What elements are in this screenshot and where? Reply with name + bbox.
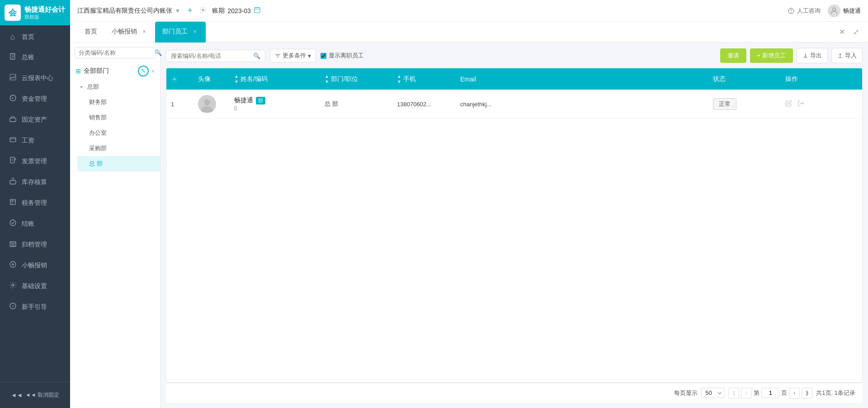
add-account-button[interactable]: +	[186, 6, 194, 15]
sidebar-item-label-settings: 基础设置	[22, 282, 47, 290]
employee-search-input[interactable]	[171, 52, 253, 59]
dept-tree: ▼ 总部 财务部 销售部 办公室 采购	[70, 79, 160, 403]
consult-button[interactable]: 人工咨询	[788, 7, 821, 15]
sidebar-item-tax[interactable]: 税务管理	[0, 193, 70, 213]
tab-expense-close-button[interactable]: ×	[141, 28, 148, 35]
svg-point-34	[791, 12, 791, 12]
dept-child-xiaoshou[interactable]: 销售部	[77, 110, 160, 125]
invite-button[interactable]: 邀请	[720, 48, 746, 63]
page-input[interactable]	[761, 388, 779, 398]
wages-icon	[8, 136, 17, 146]
sidebar-item-expense[interactable]: 小畅报销	[0, 255, 70, 276]
dept-child-zongbu[interactable]: 总 部	[77, 156, 160, 171]
page-last-button[interactable]: ⟫	[802, 388, 812, 399]
svg-rect-21	[11, 244, 14, 246]
reports-icon	[8, 73, 17, 83]
sidebar-item-settings[interactable]: 基础设置	[0, 276, 70, 297]
main-area: 江西服宝精品有限责任公司内账张 ▼ + 账期 2023-03 人工咨询 畅捷通	[70, 0, 868, 408]
dept-children: 财务部 销售部 办公室 采购部 总 部	[70, 95, 160, 171]
sidebar-item-home[interactable]: ⌂ 首页	[0, 27, 70, 47]
page-size-select[interactable]: 50 100 200	[701, 388, 725, 398]
svg-point-33	[788, 8, 794, 14]
dept-child-caigoub[interactable]: 采购部	[77, 141, 160, 156]
dept-child-bangongshi[interactable]: 办公室	[77, 125, 160, 141]
export-button[interactable]: 导出	[797, 48, 828, 63]
dept-search-input[interactable]	[79, 49, 155, 56]
import-button[interactable]: 导入	[831, 48, 863, 63]
dept-search-box[interactable]: 🔍	[75, 47, 156, 58]
export-label: 导出	[810, 52, 822, 60]
logo-text-wrap: 畅捷通好会计 旗舰版	[24, 5, 65, 20]
svg-rect-4	[10, 74, 16, 80]
period-label: 账期	[212, 7, 225, 15]
pin-button[interactable]: ◄◄ ◄◄ 取消固定	[0, 387, 70, 403]
user-menu[interactable]: 畅捷通	[828, 5, 861, 17]
employee-search-icon[interactable]: 🔍	[253, 52, 260, 59]
logout-button[interactable]	[797, 100, 804, 108]
filter-button[interactable]: 更多条件 ▾	[270, 49, 316, 62]
th-name[interactable]: ▲▼ 姓名/编码	[230, 68, 320, 90]
sidebar-item-invoices[interactable]: 发票管理	[0, 151, 70, 172]
consult-label: 人工咨询	[797, 7, 821, 15]
company-selector[interactable]: 江西服宝精品有限责任公司内账张 ▼	[77, 7, 180, 15]
dept-edit-icon[interactable]: ✎	[138, 66, 149, 76]
sidebar-item-wages[interactable]: 工资	[0, 130, 70, 151]
sidebar-bottom: ◄◄ ◄◄ 取消固定	[0, 382, 70, 408]
svg-point-28	[202, 9, 204, 11]
th-avatar: 头像	[193, 68, 230, 90]
dept-node-root: ▼ 总部 财务部 销售部 办公室 采购	[70, 79, 160, 171]
dept-root-label[interactable]: ▼ 总部	[70, 79, 160, 95]
svg-rect-9	[10, 138, 16, 142]
topbar-settings-icon[interactable]	[199, 6, 207, 15]
calendar-icon[interactable]	[254, 6, 261, 15]
sort-dept-icon: ▲▼	[325, 74, 329, 84]
svg-point-36	[174, 78, 175, 80]
employee-code: 0	[234, 105, 265, 112]
expense-icon	[8, 261, 17, 270]
sidebar-item-archive[interactable]: 归档管理	[0, 234, 70, 255]
tab-dept[interactable]: 部门员工 ×	[155, 22, 206, 43]
sidebar-item-label-tax: 税务管理	[22, 199, 47, 207]
employee-search-box[interactable]: 🔍	[166, 50, 265, 62]
sidebar-item-ledger[interactable]: 总账	[0, 47, 70, 68]
tab-expense[interactable]: 小畅报销 ×	[104, 22, 155, 43]
employee-table: 头像 ▲▼ 姓名/编码 ▲▼ 部门/职位 ▲▼ 手机 E	[166, 68, 863, 383]
th-settings[interactable]	[166, 68, 193, 90]
period-selector[interactable]: 账期 2023-03	[212, 6, 260, 15]
dept-child-caiwu[interactable]: 财务部	[77, 95, 160, 110]
dept-collapse-icon[interactable]: «	[151, 68, 155, 74]
show-resigned-checkbox[interactable]: 显示离职员工	[321, 52, 364, 60]
th-dept[interactable]: ▲▼ 部门/职位	[320, 68, 392, 90]
toolbar-right: 邀请 + 新增员工 导出 导入	[720, 48, 863, 63]
td-actions	[781, 90, 862, 119]
add-employee-button[interactable]: + 新增员工	[750, 48, 793, 63]
logo-title: 畅捷通好会计	[24, 5, 65, 14]
dept-all-header[interactable]: ⊞ 全部部门 ✎ «	[70, 63, 160, 79]
edit-button[interactable]	[785, 100, 792, 108]
sidebar-item-funds[interactable]: ¥ 资金管理	[0, 89, 70, 109]
tab-expand-button[interactable]: ⤢	[851, 26, 861, 38]
guide-icon: ?	[8, 302, 17, 312]
sidebar-item-guide[interactable]: ? 新手引导	[0, 297, 70, 318]
th-email: Email	[456, 68, 708, 90]
sidebar-item-assets[interactable]: 固定资产	[0, 109, 70, 130]
svg-rect-14	[10, 180, 16, 184]
page-first-button[interactable]: ⟪	[728, 388, 739, 399]
th-phone[interactable]: ▲▼ 手机	[392, 68, 456, 90]
sidebar-item-label-close: 结账	[22, 220, 34, 228]
sidebar-item-inventory[interactable]: 库存核算	[0, 172, 70, 193]
sidebar-item-label-guide: 新手引导	[22, 303, 47, 311]
svg-text:?: ?	[12, 305, 14, 308]
sidebar-item-close[interactable]: 结账	[0, 213, 70, 234]
employee-email: chanjethkj...	[460, 101, 491, 108]
tab-dept-close-button[interactable]: ×	[191, 28, 198, 35]
page-prev-button[interactable]: ‹	[741, 388, 752, 399]
sidebar-item-label-ledger: 总账	[22, 53, 34, 62]
tabbar: 首页 小畅报销 × 部门员工 × ✕ ⤢	[70, 22, 868, 43]
employee-avatar	[198, 95, 216, 113]
show-resigned-input[interactable]	[321, 53, 326, 59]
sidebar-item-reports[interactable]: 云报表中心	[0, 68, 70, 89]
tab-close-button[interactable]: ✕	[837, 26, 847, 38]
page-next-button[interactable]: ›	[789, 388, 800, 399]
tab-home[interactable]: 首页	[77, 22, 104, 43]
